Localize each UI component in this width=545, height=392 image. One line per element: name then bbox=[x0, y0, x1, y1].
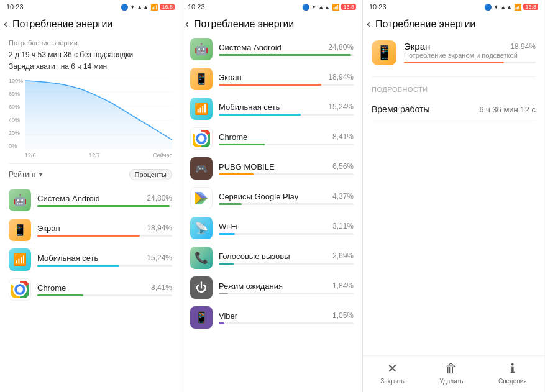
back-button-3[interactable]: ‹ bbox=[367, 17, 370, 30]
app-icon-wifi: 📡 bbox=[190, 217, 213, 239]
status-icons-3: 🔵 ✦ ▲▲ 📶 16.8 bbox=[484, 4, 538, 11]
svg-point-11 bbox=[198, 135, 204, 142]
app-percent: 24,80% bbox=[328, 43, 354, 52]
app-percent: 18,94% bbox=[147, 224, 172, 232]
percent-badge[interactable]: Проценты bbox=[129, 169, 172, 180]
header-2: ‹ Потребление энергии bbox=[181, 14, 362, 34]
app-info: Chrome 8,41% bbox=[37, 283, 172, 296]
progress-bar-fill bbox=[37, 205, 170, 207]
close-label: Закрыть bbox=[380, 378, 405, 385]
list-item[interactable]: 📞 Голосовые вызовы 2,69% bbox=[190, 243, 354, 273]
detail-progress-bar bbox=[404, 62, 536, 63]
delete-icon: 🗑 bbox=[445, 362, 457, 376]
app-icon-calls: 📞 bbox=[190, 247, 213, 269]
app-name: Режим ожидания bbox=[219, 281, 283, 291]
header-3: ‹ Потребление энергии bbox=[363, 14, 544, 34]
list-item[interactable]: 📡 Wi-Fi 3,11% bbox=[190, 213, 354, 243]
info-action[interactable]: ℹ Сведения bbox=[498, 361, 527, 385]
chart-y-labels: 100% 80% 60% 40% 20% 0% bbox=[9, 78, 23, 149]
app-percent: 4,37% bbox=[332, 192, 354, 201]
app-percent: 6,56% bbox=[332, 162, 354, 171]
detail-app-percent: 18,94% bbox=[510, 42, 536, 51]
list-item[interactable]: 📱 Экран 18,94% bbox=[190, 64, 354, 94]
page-title-2: Потребление энергии bbox=[194, 19, 294, 30]
app-percent: 3,11% bbox=[332, 222, 354, 230]
progress-bar-fill bbox=[37, 294, 83, 296]
progress-bar-bg bbox=[37, 205, 172, 207]
list-item[interactable]: 🤖 Система Android 24,80% bbox=[9, 185, 172, 215]
app-name: Viber bbox=[219, 311, 237, 321]
panel2-content: 🤖 Система Android 24,80% 📱 Экран 18,94% … bbox=[181, 34, 362, 392]
app-name: Голосовые вызовы bbox=[219, 252, 290, 261]
list-item[interactable]: Chrome 8,41% bbox=[190, 124, 354, 153]
app-percent: 18,94% bbox=[328, 73, 354, 81]
page-title-1: Потребление энергии bbox=[12, 19, 112, 30]
app-name: Система Android bbox=[37, 194, 100, 203]
app-name: Chrome bbox=[219, 132, 247, 142]
panel-2: 10:23 🔵 ✦ ▲▲ 📶 16.8 ‹ Потребление энерги… bbox=[181, 0, 363, 392]
back-button-2[interactable]: ‹ bbox=[185, 17, 189, 30]
info-label: Сведения bbox=[498, 378, 527, 385]
time-3: 10:23 bbox=[369, 3, 387, 11]
list-item[interactable]: ⏻ Режим ожидания 1,84% bbox=[190, 273, 354, 303]
app-name: Мобильная сеть bbox=[219, 103, 280, 112]
app-name: Сервисы Google Play bbox=[219, 192, 298, 201]
app-icon-viber: 📱 bbox=[190, 306, 213, 329]
info-icon: ℹ bbox=[510, 361, 515, 376]
progress-bar-bg bbox=[37, 294, 172, 296]
app-icon-gplay bbox=[190, 187, 213, 209]
app-name: Мобильная сеть bbox=[37, 253, 98, 263]
detail-app-icon: 📱 bbox=[372, 40, 396, 65]
list-item[interactable]: 🤖 Система Android 24,80% bbox=[190, 34, 354, 64]
chart-x-labels: 12/6 12/7 Сейчас bbox=[25, 152, 172, 158]
divider-3 bbox=[372, 76, 536, 77]
app-name: Wi-Fi bbox=[219, 222, 237, 231]
status-bar-1: 10:23 🔵 ✦ ▲▲ 📶 16.8 bbox=[0, 0, 181, 14]
rating-label: Рейтинг ▼ bbox=[9, 170, 44, 179]
app-icon: 📶 bbox=[190, 98, 213, 120]
progress-bar-bg bbox=[37, 235, 172, 237]
app-info: Экран 18,94% bbox=[37, 224, 172, 237]
app-icon: 🤖 bbox=[190, 38, 213, 60]
close-action[interactable]: ✕ Закрыть bbox=[380, 361, 405, 385]
panel-1: 10:23 🔵 ✦ ▲▲ 📶 16.8 ‹ Потребление энерги… bbox=[0, 0, 181, 392]
panel3-content: 📱 Экран 18,94% Потребление экраном и под… bbox=[363, 34, 544, 355]
detail-value: 6 ч 36 мин 12 с bbox=[479, 105, 536, 114]
status-icons-2: 🔵 ✦ ▲▲ 📶 16.8 bbox=[302, 4, 356, 11]
list-item[interactable]: 🎮 PUBG MOBILE 6,56% bbox=[190, 153, 354, 183]
time-1: 10:23 bbox=[6, 3, 24, 11]
list-item[interactable]: 📶 Мобильная сеть 15,24% bbox=[9, 245, 172, 275]
divider-1 bbox=[9, 163, 172, 164]
delete-action[interactable]: 🗑 Удалить bbox=[439, 362, 463, 385]
list-item[interactable]: 📱 Viber 1,05% bbox=[190, 303, 354, 332]
time-2: 10:23 bbox=[188, 3, 205, 11]
page-title-3: Потребление энергии bbox=[375, 19, 475, 30]
panel-3: 10:23 🔵 ✦ ▲▲ 📶 16.8 ‹ Потребление энерги… bbox=[363, 0, 544, 392]
list-item[interactable]: 📶 Мобильная сеть 15,24% bbox=[190, 94, 354, 124]
list-item[interactable]: Chrome 8,41% bbox=[9, 275, 172, 304]
rating-header: Рейтинг ▼ Проценты bbox=[9, 169, 172, 180]
app-icon-android: 🤖 bbox=[9, 189, 31, 211]
app-percent: 2,69% bbox=[332, 252, 354, 260]
chart-svg bbox=[25, 78, 172, 149]
list-item[interactable]: Сервисы Google Play 4,37% bbox=[190, 183, 354, 213]
header-1: ‹ Потребление энергии bbox=[0, 14, 181, 34]
app-name: Экран bbox=[219, 73, 242, 82]
app-info: Мобильная сеть 15,24% bbox=[37, 253, 172, 267]
app-percent: 15,24% bbox=[147, 253, 172, 262]
section-header-details: ПОДРОБНОСТИ bbox=[372, 86, 536, 93]
app-icon: 📱 bbox=[190, 68, 213, 90]
app-percent: 1,84% bbox=[332, 281, 354, 290]
progress-bar-bg bbox=[37, 265, 172, 267]
app-list-1: 🤖 Система Android 24,80% 📱 Экран bbox=[9, 185, 172, 304]
status-bar-2: 10:23 🔵 ✦ ▲▲ 📶 16.8 bbox=[181, 0, 362, 14]
list-item[interactable]: 📱 Экран 18,94% bbox=[9, 215, 172, 245]
detail-app-desc: Потребление экраном и подсветкой bbox=[404, 52, 536, 59]
app-percent: 1,05% bbox=[332, 311, 354, 320]
back-button-1[interactable]: ‹ bbox=[4, 17, 7, 30]
status-icons-1: 🔵 ✦ ▲▲ 📶 16.8 bbox=[121, 4, 175, 11]
detail-row-worktime: Время работы 6 ч 36 мин 12 с bbox=[372, 98, 536, 121]
delete-label: Удалить bbox=[439, 378, 463, 385]
app-info: Система Android 24,80% bbox=[37, 194, 172, 207]
app-name: Экран bbox=[37, 224, 60, 233]
